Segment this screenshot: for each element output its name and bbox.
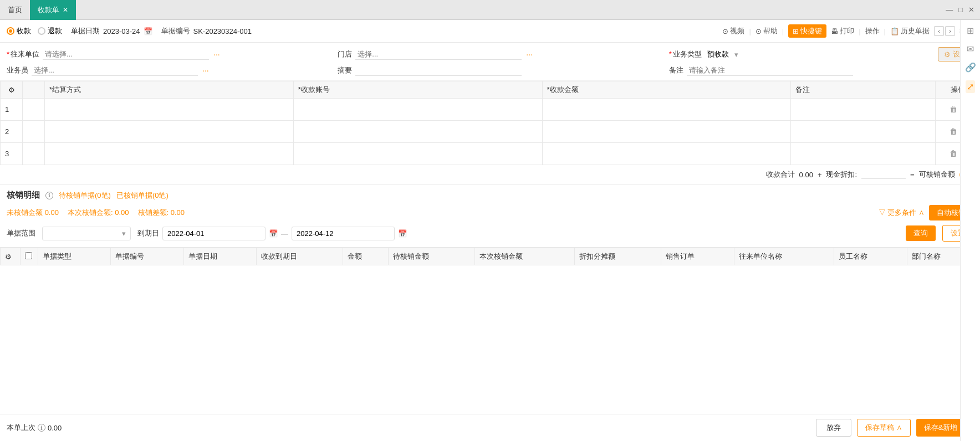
- sidebar-expand-icon[interactable]: ⤢: [966, 80, 975, 93]
- remark-input[interactable]: [687, 65, 853, 76]
- cal-from-icon[interactable]: 📅: [269, 229, 278, 238]
- sidebar-mail-icon[interactable]: ✉: [967, 44, 974, 54]
- print-btn[interactable]: 🖶 打印: [831, 26, 854, 36]
- row3-num2: [23, 143, 45, 165]
- biz-type-col: *业务类型 预收款 ▾ ⚙ 设置: [669, 47, 973, 61]
- lower-table-header: ⚙ 单据类型 单据编号 单据日期 收款到期日 金额 待核销金额 本次核销金额 折…: [1, 248, 980, 265]
- bottom-bar: 本单上次 ℹ 0.00 放弃 保存草稿 ∧ 保存&新增 ∧: [0, 414, 980, 441]
- lth-check[interactable]: [21, 248, 38, 265]
- close-icon[interactable]: ✕: [968, 6, 974, 14]
- row1-remark[interactable]: [791, 99, 936, 121]
- minimize-icon[interactable]: —: [946, 6, 953, 14]
- window-controls: — □ ✕: [946, 6, 980, 14]
- row3-amount[interactable]: [542, 143, 791, 165]
- abandon-btn[interactable]: 放弃: [816, 419, 851, 437]
- more-conditions-btn[interactable]: ▽ 更多条件 ∧: [879, 208, 925, 218]
- pending-tab[interactable]: 待核销单据(0笔): [59, 191, 111, 201]
- th-num: [23, 81, 45, 99]
- nav-next[interactable]: ›: [945, 26, 955, 36]
- row1-settlement[interactable]: [45, 99, 294, 121]
- summary-row: 收款合计 0.00 + 现金折扣: = 可核销金额 0.00: [0, 165, 980, 184]
- summary-col: 摘要: [338, 65, 642, 76]
- calendar-icon[interactable]: 📅: [144, 27, 152, 35]
- radio-receipt[interactable]: 收款: [7, 26, 31, 36]
- lth-type: 单据类型: [38, 248, 111, 265]
- row3-settlement[interactable]: [45, 143, 294, 165]
- row1-account[interactable]: [293, 99, 542, 121]
- verify-info-icon[interactable]: ℹ: [45, 192, 53, 199]
- row1-delete-icon[interactable]: 🗑: [950, 105, 957, 114]
- filter-right-controls: ▽ 更多条件 ∧ 自动核销: [879, 205, 973, 221]
- bottom-actions: 放弃 保存草稿 ∧ 保存&新增 ∧: [816, 419, 973, 437]
- operation-btn[interactable]: 操作: [865, 26, 880, 36]
- row3-delete-icon[interactable]: 🗑: [950, 149, 957, 158]
- radio-dot-refund: [38, 27, 45, 35]
- history-icon: 📋: [890, 27, 899, 35]
- tab-close-icon[interactable]: ✕: [63, 6, 68, 14]
- filter-row: 单据范围 ▾ 到期日 📅 — 📅 查询 设置: [7, 225, 973, 242]
- radio-refund[interactable]: 退款: [38, 26, 62, 36]
- biz-type-dropdown-icon[interactable]: ▾: [734, 50, 738, 59]
- summary-input[interactable]: [355, 65, 522, 76]
- sidebar-table-icon[interactable]: ⊞: [967, 25, 974, 36]
- video-btn[interactable]: ⊙ 视频: [722, 26, 744, 36]
- salesperson-more-btn[interactable]: ···: [202, 66, 209, 75]
- tab-receipt[interactable]: 收款单 ✕: [30, 0, 76, 20]
- receipt-table: ⚙ *结算方式 *收款账号 *收款金额 备注 操作 1: [0, 81, 980, 165]
- th-account: *收款账号: [293, 81, 542, 99]
- row1-num: 1: [1, 99, 23, 121]
- date-range: 到期日 📅 — 📅: [137, 227, 407, 240]
- tab-home[interactable]: 首页: [0, 0, 30, 20]
- help-icon: ⊙: [756, 27, 762, 35]
- range-label: 单据范围: [7, 228, 35, 238]
- receipt-refund-toggle: 收款 退款: [7, 26, 62, 36]
- draft-btn[interactable]: 保存草稿 ∧: [857, 419, 911, 437]
- shop-more-btn[interactable]: ···: [526, 50, 533, 59]
- row2-remark[interactable]: [791, 121, 936, 143]
- lth-discount: 折扣分摊额: [575, 248, 661, 265]
- cal-to-icon[interactable]: 📅: [398, 229, 407, 238]
- row2-account[interactable]: [293, 121, 542, 143]
- biz-type-value: 预收款: [707, 49, 729, 59]
- upper-table-section: ⚙ *结算方式 *收款账号 *收款金额 备注 操作 1: [0, 81, 980, 165]
- help-btn[interactable]: ⊙ 帮助: [756, 26, 778, 36]
- row1-amount[interactable]: [542, 99, 791, 121]
- shortcut-btn[interactable]: ⊞ 快捷键: [788, 24, 826, 38]
- nav-arrows: ‹ ›: [934, 26, 955, 36]
- header-toolbar: ⊙ 视频 | ⊙ 帮助 | ⊞ 快捷键 🖶 打印 | 操作 | �: [722, 24, 973, 38]
- query-btn[interactable]: 查询: [906, 225, 936, 241]
- lth-gear[interactable]: ⚙: [1, 248, 21, 265]
- radio-dot-receipt: [7, 27, 14, 35]
- shop-input[interactable]: [355, 49, 522, 60]
- range-select[interactable]: ▾: [42, 227, 131, 240]
- row2-settlement[interactable]: [45, 121, 294, 143]
- th-amount: *收款金额: [542, 81, 791, 99]
- verify-section: 核销明细 ℹ 待核销单据(0笔) 已核销单据(0笔) 未核销金额 0.00 本次…: [0, 184, 980, 248]
- counterpart-more-btn[interactable]: ···: [213, 50, 220, 59]
- table-row: 1 🗑 ⧉: [1, 99, 980, 121]
- row2-num: 2: [1, 121, 23, 143]
- discount-input[interactable]: [861, 170, 906, 179]
- history-btn[interactable]: 📋 历史单据: [890, 26, 930, 36]
- check-all[interactable]: [25, 252, 32, 259]
- row2-amount[interactable]: [542, 121, 791, 143]
- date-to-input[interactable]: [292, 227, 395, 240]
- th-gear[interactable]: ⚙: [1, 81, 23, 99]
- row3-remark[interactable]: [791, 143, 936, 165]
- verify-title-row: 核销明细 ℹ 待核销单据(0笔) 已核销单据(0笔): [7, 190, 973, 201]
- nav-prev[interactable]: ‹: [934, 26, 944, 36]
- form-row-1: *往来单位 ··· 门店 ··· *业务类型 预收款 ▾ ⚙ 设置: [7, 47, 973, 61]
- th-settlement: *结算方式: [45, 81, 294, 99]
- maximize-icon[interactable]: □: [958, 6, 963, 14]
- bill-date-value: 2023-03-24: [103, 27, 140, 35]
- row3-account[interactable]: [293, 143, 542, 165]
- counterpart-input[interactable]: [43, 49, 209, 60]
- bill-upper-info-icon[interactable]: ℹ: [38, 424, 45, 432]
- date-from-input[interactable]: [162, 227, 266, 240]
- row2-delete-icon[interactable]: 🗑: [950, 127, 957, 136]
- salesperson-input[interactable]: [32, 65, 198, 76]
- row2-num2: [23, 121, 45, 143]
- sidebar-link-icon[interactable]: 🔗: [965, 62, 976, 73]
- done-tab[interactable]: 已核销单据(0笔): [116, 191, 169, 201]
- tab-bar: 首页 收款单 ✕ — □ ✕: [0, 0, 980, 20]
